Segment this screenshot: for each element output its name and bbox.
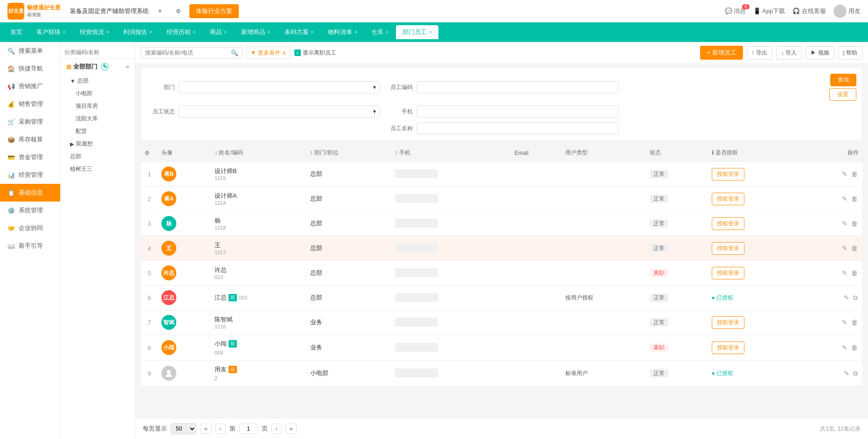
edit-btn[interactable]: ✎ [841, 318, 848, 327]
sidebar-item-operations[interactable]: 📊 经营管理 [0, 166, 60, 184]
auth-login-btn[interactable]: 授权登录 [712, 341, 744, 354]
edit-btn[interactable]: ✎ [841, 343, 848, 352]
edit-btn[interactable]: ✎ [843, 293, 850, 302]
import-btn[interactable]: ↓ 导入 [776, 46, 802, 60]
sidebar-item-system[interactable]: ⚙️ 系统管理 [0, 202, 60, 219]
settings-btn[interactable]: ⚙ [171, 6, 186, 17]
auth-login-btn[interactable]: 授权登录 [712, 168, 744, 181]
copy-btn[interactable]: ⧉ [852, 293, 859, 303]
dept-tree-item-zhishu[interactable]: 植树王三 [61, 163, 135, 175]
auth-login-btn[interactable]: 授权登录 [712, 316, 744, 329]
sidebar-item-finance[interactable]: 💳 资金管理 [0, 148, 60, 166]
view-btn[interactable]: ▶ 视频 [806, 46, 834, 60]
page-label-suffix: 页 [262, 425, 268, 433]
query-btn[interactable]: 查询 [830, 74, 856, 86]
close-icon[interactable]: × [429, 29, 432, 35]
sidebar-item-quicknav[interactable]: 🏠 快捷导航 [0, 60, 60, 77]
sidebar-item-marketing[interactable]: 📢 营销推广 [0, 77, 60, 95]
search-input[interactable] [145, 49, 229, 56]
edit-btn[interactable]: ✎ [843, 369, 850, 378]
dept-search-input[interactable] [64, 49, 134, 56]
sidebar-item-collab[interactable]: 🤝 企业协同 [0, 219, 60, 237]
page-size-select[interactable]: 50 100 [171, 423, 196, 434]
close-icon[interactable]: × [267, 29, 271, 35]
show-resigned-toggle[interactable]: ✓ 显示离职员工 [294, 49, 336, 57]
filter-status-select[interactable]: ▾ [179, 105, 380, 118]
nav-tab-profit[interactable]: 利润报告 × [117, 25, 159, 39]
edit-btn[interactable]: ✎ [841, 268, 848, 278]
user-info[interactable]: 用友 [833, 5, 861, 18]
first-page-btn[interactable]: « [200, 424, 212, 434]
nav-tab-bom[interactable]: 物料清单 × [321, 25, 364, 39]
close-icon[interactable]: × [62, 29, 66, 35]
nav-tab-dept[interactable]: 部门员工 × [396, 25, 438, 39]
sidebar-item-guide[interactable]: 📖 新手引导 [0, 237, 60, 255]
more-filter-btn[interactable]: ▼ 更多条件 ∧ [246, 47, 291, 59]
help-btn[interactable]: | 帮助 [838, 46, 862, 60]
edit-btn[interactable]: ✎ [841, 169, 848, 179]
edit-btn[interactable]: ✎ [841, 244, 848, 253]
dept-tree-item-xiaodian[interactable]: 小电部 [61, 87, 135, 100]
message-badge-wrap[interactable]: 💬 消息 6 [725, 7, 746, 15]
dept-tree-item-shenyang[interactable]: 沈阳大库 [61, 112, 135, 125]
export-btn[interactable]: ↑ 导出 [747, 46, 772, 60]
dept-tree-item-zongbu[interactable]: ▼ 总部 [61, 75, 135, 87]
auth-login-btn[interactable]: 授权登录 [712, 217, 744, 230]
sidebar-item-sales[interactable]: 💰 销售管理 [0, 95, 60, 113]
auth-login-btn[interactable]: 授权登录 [712, 267, 744, 279]
last-page-btn[interactable]: » [285, 424, 297, 434]
nav-tab-customer[interactable]: 客户联络 × [30, 25, 72, 39]
filter-name-input[interactable] [417, 122, 618, 134]
nav-tab-goods[interactable]: 商品 × [203, 25, 234, 39]
close-icon[interactable]: × [311, 29, 314, 35]
dept-tree-item-zongbu2[interactable]: 总部 [61, 150, 135, 163]
filter-code-input[interactable] [417, 81, 618, 93]
delete-btn[interactable]: 🗑 [850, 268, 859, 278]
app-download[interactable]: 📱 App下载 [753, 7, 785, 15]
dept-tree-item-shuanglu[interactable]: ▶ 双鹿想 [61, 138, 135, 150]
close-icon[interactable]: × [106, 29, 109, 35]
dept-tree-item-peihuo[interactable]: 配货 [61, 125, 135, 138]
copy-btn[interactable]: ⧉ [852, 369, 859, 378]
filter-dept-select[interactable]: ▾ [179, 81, 380, 93]
nav-tab-home[interactable]: 首页 [4, 25, 29, 39]
sidebar-item-basic[interactable]: 📋 基础信息 [0, 184, 60, 202]
add-employee-btn[interactable]: + 新增员工 [700, 46, 743, 60]
delete-btn[interactable]: 🗑 [850, 169, 859, 179]
filter-phone-input[interactable] [417, 105, 618, 118]
delete-btn[interactable]: 🗑 [850, 343, 859, 352]
trial-btn[interactable]: 体验行业方案 [189, 4, 239, 18]
auth-login-btn[interactable]: 授权登录 [712, 193, 744, 205]
delete-btn[interactable]: 🗑 [850, 244, 859, 253]
page-num-input[interactable] [239, 424, 258, 434]
delete-btn[interactable]: 🗑 [850, 219, 859, 228]
collapse-btn[interactable]: « [126, 63, 129, 70]
next-page-btn[interactable]: › [271, 424, 282, 434]
delete-btn[interactable]: 🗑 [850, 318, 859, 327]
auth-login-btn[interactable]: 授权登录 [712, 242, 744, 255]
set-btn[interactable]: 设置 [829, 88, 856, 101]
edit-btn[interactable]: ✎ [841, 219, 848, 228]
close-icon[interactable]: × [354, 29, 357, 35]
edit-btn[interactable]: ✎ [841, 194, 848, 203]
sidebar-item-inventory[interactable]: 📦 库存核算 [0, 131, 60, 148]
edit-icon[interactable]: ✎ [101, 63, 109, 70]
sys-dropdown-btn[interactable]: ▼ [153, 6, 167, 17]
nav-tab-ops[interactable]: 经营情况 × [73, 25, 116, 39]
nav-tab-addgoods[interactable]: 新增商品 × [235, 25, 277, 39]
prev-page-btn[interactable]: ‹ [215, 424, 226, 434]
nav-tab-warehouse[interactable]: 仓库 × [365, 25, 395, 39]
close-icon[interactable]: × [149, 29, 153, 35]
close-icon[interactable]: × [385, 29, 389, 35]
delete-btn[interactable]: 🗑 [850, 194, 859, 203]
close-icon[interactable]: × [193, 29, 196, 35]
nav-tab-history[interactable]: 经营历程 × [160, 25, 202, 39]
online-service[interactable]: 🎧 在线客服 [792, 7, 826, 15]
dept-tree-item-project[interactable]: 项目库房 [61, 100, 135, 112]
sidebar-item-search[interactable]: 🔍 搜索菜单 [0, 42, 60, 60]
total-info: 共1页, 12条记录 [820, 425, 861, 433]
close-icon[interactable]: × [224, 29, 227, 35]
nav-tab-barcode[interactable]: 条码方案 × [278, 25, 320, 39]
sidebar-item-purchase[interactable]: 🛒 采购管理 [0, 113, 60, 131]
dept-all-btn[interactable]: ⊞ 全部部门 ✎ « [61, 59, 135, 75]
